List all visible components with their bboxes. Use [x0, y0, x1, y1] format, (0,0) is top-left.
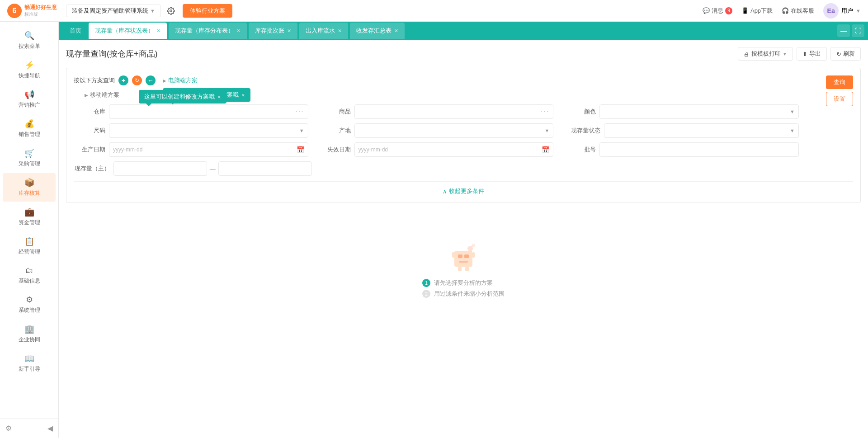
svg-point-10	[472, 244, 475, 247]
sidebar-item-label: 经营管理	[19, 248, 40, 256]
sidebar-item-search-menu[interactable]: 🔍 搜索菜单	[3, 26, 56, 55]
message-item[interactable]: 💬 消息 9	[703, 7, 732, 15]
system-select[interactable]: 装备及固定资产辅助管理系统 ▼	[66, 5, 161, 17]
batch-label: 批号	[564, 146, 596, 154]
svg-rect-2	[458, 254, 462, 258]
color-select[interactable]: ▼	[599, 104, 799, 119]
tab-collect-summary[interactable]: 收发存汇总表 ✕	[350, 23, 405, 39]
purchase-icon: 🛒	[24, 148, 34, 158]
filter-cycle-button[interactable]: ↻	[132, 75, 142, 85]
stock-qty-min[interactable]	[113, 161, 207, 176]
tab-inout-flow[interactable]: 出入库流水 ✕	[299, 23, 348, 39]
empty-step-1: 1 请先选择要分析的方案	[422, 279, 505, 287]
header-actions: 🖨 按模板打印 ▼ ⬆ 导出 ↻ 刷新	[738, 47, 861, 61]
desktop-scheme-label[interactable]: 电脑端方案	[168, 76, 198, 85]
settings-icon[interactable]	[165, 5, 177, 17]
top-bar-right: 💬 消息 9 📱 App下载 🎧 在线客服 Ea 用户 ▼	[703, 3, 861, 19]
headset-icon: 🎧	[782, 7, 789, 14]
sidebar-item-purchase[interactable]: 🛒 采购管理	[3, 144, 56, 172]
origin-label: 产地	[319, 127, 351, 135]
origin-select[interactable]: ▼	[354, 123, 554, 138]
stock-status-select[interactable]: ▼	[604, 123, 799, 138]
mobile-scheme-label[interactable]: 移动端方案	[90, 91, 119, 99]
scheme-section: ▶ 电脑端方案 电脑方案可设为移动方案哦 ×	[163, 76, 198, 85]
filter-field-stock-status: 现存量状态 ▼	[564, 123, 799, 138]
tab-label: 收发存汇总表	[356, 27, 392, 35]
create-tooltip: 这里可以创建和修改方案哦 ×	[139, 90, 226, 104]
tab-label: 现存量（库存状况表）	[95, 27, 154, 35]
phone-icon: 📱	[741, 7, 749, 14]
size-select[interactable]: ▼	[109, 123, 308, 138]
export-button[interactable]: ⬆ 导出	[797, 47, 827, 61]
svg-point-0	[170, 9, 172, 12]
logo-area: 6 畅通好好生意 标准版	[7, 4, 66, 18]
tab-close-icon[interactable]: ✕	[156, 28, 160, 34]
sidebar-item-finance[interactable]: 💼 资金管理	[3, 203, 56, 231]
message-badge: 9	[725, 7, 732, 14]
empty-steps: 1 请先选择要分析的方案 2 用过滤条件来缩小分析范围	[422, 279, 505, 298]
tab-close-icon[interactable]: ✕	[394, 28, 398, 34]
sidebar-item-label: 基础信息	[19, 277, 40, 285]
filter-label-text: 按以下方案查询	[74, 76, 115, 85]
tab-batch-account[interactable]: 库存批次账 ✕	[249, 23, 297, 39]
sidebar-item-enterprise[interactable]: 🏢 企业协同	[3, 320, 56, 348]
product-select[interactable]: ···	[354, 104, 554, 119]
tab-home[interactable]: 首页	[62, 22, 89, 40]
message-icon: 💬	[703, 7, 710, 14]
collapse-up-icon: ∧	[443, 188, 447, 195]
desktop-tooltip-close[interactable]: ×	[241, 92, 245, 99]
sidebar-item-label: 新手引导	[19, 365, 40, 373]
filter-field-color: 颜色 ▼	[564, 104, 799, 119]
collapse-sidebar-icon[interactable]: ◀	[47, 424, 53, 433]
inventory-icon: 📦	[24, 178, 34, 188]
sidebar-item-inventory[interactable]: 📦 库存核算	[3, 173, 56, 202]
sidebar-item-sales[interactable]: 💰 销售管理	[3, 114, 56, 143]
collapse-button[interactable]: ∧ 收起更多条件	[443, 187, 484, 195]
sidebar-item-guide[interactable]: 📖 新手引导	[3, 349, 56, 377]
tab-inventory-status[interactable]: 现存量（库存状况表） ✕	[89, 23, 167, 39]
reset-button[interactable]: 设置	[826, 92, 853, 106]
tab-minimize-button[interactable]: —	[837, 24, 850, 37]
filter-back-button[interactable]: ←	[146, 75, 156, 85]
tab-close-icon[interactable]: ✕	[236, 28, 241, 34]
search-button[interactable]: 查询	[826, 75, 853, 89]
main-content: 现存量查询(按仓库+商品) 🖨 按模板打印 ▼ ⬆ 导出 ↻	[59, 40, 868, 438]
sidebar-item-basic-info[interactable]: 🗂 基础信息	[3, 261, 56, 289]
create-tooltip-wrapper: 这里可以创建和修改方案哦 ×	[139, 90, 226, 104]
filter-row-2: 尺码 ▼ 产地 ▼	[74, 123, 853, 138]
product-dots-icon: ···	[541, 108, 549, 116]
content-area: 首页 现存量（库存状况表） ✕ 现存量（库存分布表） ✕ 库存批次账 ✕ 出入库…	[59, 22, 868, 438]
prod-date-start[interactable]: yyyy-mm-dd 📅	[109, 142, 308, 157]
create-tooltip-close[interactable]: ×	[217, 94, 221, 100]
tab-label: 出入库流水	[306, 27, 335, 35]
app-download-item[interactable]: 📱 App下载	[741, 7, 773, 15]
filter-add-button[interactable]: +	[118, 75, 128, 85]
sidebar-item-system[interactable]: ⚙ 系统管理	[3, 290, 56, 319]
sidebar-item-label: 销售管理	[19, 131, 40, 138]
filter-field-batch: 批号	[564, 142, 799, 157]
tab-maximize-button[interactable]: ⛶	[852, 24, 864, 37]
calendar-icon-2: 📅	[542, 146, 549, 153]
tab-inventory-dist[interactable]: 现存量（库存分布表） ✕	[169, 23, 247, 39]
online-support-item[interactable]: 🎧 在线客服	[782, 7, 814, 15]
filter-row-4: 现存量（主） —	[74, 161, 853, 176]
settings-bottom-icon[interactable]: ⚙	[5, 424, 12, 433]
warehouse-select[interactable]: ···	[109, 104, 308, 119]
trial-button[interactable]: 体验行业方案	[183, 4, 232, 18]
tab-close-icon[interactable]: ✕	[338, 28, 342, 34]
range-dash: —	[210, 165, 216, 172]
stock-qty-max[interactable]	[218, 161, 312, 176]
chevron-down-icon: ▼	[150, 8, 155, 14]
tab-close-icon[interactable]: ✕	[287, 28, 291, 34]
tab-label: 现存量（库存分布表）	[175, 27, 234, 35]
filter-row-3: 生产日期 yyyy-mm-dd 📅 失效日期 yyyy-mm-dd 📅	[74, 142, 853, 157]
expire-date-start[interactable]: yyyy-mm-dd 📅	[354, 142, 554, 157]
user-area[interactable]: Ea 用户 ▼	[823, 3, 861, 19]
warehouse-label: 仓库	[74, 108, 105, 116]
sidebar-item-quick-nav[interactable]: ⚡ 快捷导航	[3, 56, 56, 84]
print-button[interactable]: 🖨 按模板打印 ▼	[738, 47, 793, 61]
batch-input[interactable]	[599, 142, 799, 157]
sidebar-item-marketing[interactable]: 📢 营销推广	[3, 85, 56, 113]
sidebar-item-operations[interactable]: 📋 经营管理	[3, 232, 56, 260]
refresh-button[interactable]: ↻ 刷新	[830, 47, 861, 61]
